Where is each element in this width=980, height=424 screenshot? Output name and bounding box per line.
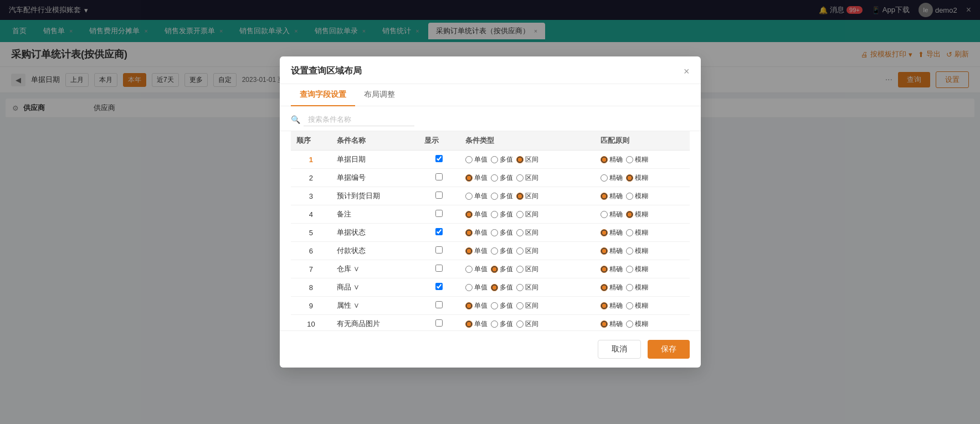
modal-tabs: 查询字段设置 布局调整 bbox=[280, 84, 701, 106]
modal-tab-layout-label: 布局调整 bbox=[364, 90, 395, 99]
modal-tab-fields-label: 查询字段设置 bbox=[300, 90, 346, 99]
settings-modal: 设置查询区域布局 × 查询字段设置 布局调整 🔍 顺序 条件名称 bbox=[280, 56, 701, 123]
modal-tab-fields[interactable]: 查询字段设置 bbox=[291, 84, 355, 106]
modal-title: 设置查询区域布局 bbox=[291, 65, 362, 77]
modal-close-button[interactable]: × bbox=[684, 66, 690, 76]
modal-header: 设置查询区域布局 × bbox=[280, 56, 701, 84]
modal-overlay: 设置查询区域布局 × 查询字段设置 布局调整 🔍 顺序 条件名称 bbox=[0, 0, 980, 123]
search-input[interactable] bbox=[304, 113, 414, 123]
modal-tab-layout[interactable]: 布局调整 bbox=[355, 84, 404, 106]
modal-search-area: 🔍 bbox=[280, 106, 701, 123]
search-icon: 🔍 bbox=[291, 115, 300, 123]
